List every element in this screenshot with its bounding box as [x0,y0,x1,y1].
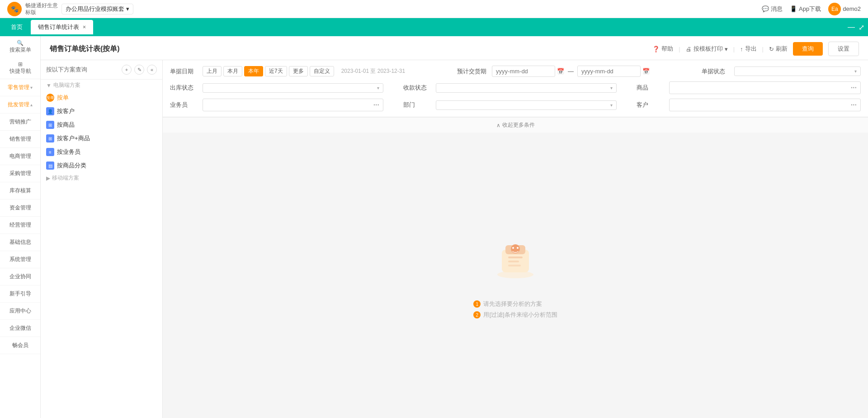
sidebar-item-basics[interactable]: 基础信息 [0,234,40,251]
svg-point-5 [517,247,519,249]
tree-collapse-icon: ▶ [46,175,50,181]
app-icon: 📱 [790,5,797,12]
tab-sales-order-summary[interactable]: 销售订单统计表 × [31,20,93,34]
customer-more-icon[interactable]: ··· [851,101,857,109]
scheme-by-product[interactable]: ⊞ 按商品 [41,118,162,132]
sidebar-item-weixin[interactable]: 企业微信 [0,320,40,337]
calendar-end-icon[interactable]: 📅 [642,68,650,75]
receipt-status-label: 收款状态 [403,84,430,92]
sidebar-item-operations[interactable]: 经营管理 [0,217,40,234]
scheme-icon-customer: 👤 [46,107,54,115]
export-button[interactable]: ↑ 导出 [740,45,757,53]
empty-tip-2: 2 用[过滤]条件来缩小分析范围 [473,311,557,319]
page-actions: ❓ 帮助 | 🖨 按模板打印 ▾ | ↑ 导出 | ↻ 刷新 [652,42,859,56]
page-title: 销售订单统计表(按单) [50,44,120,54]
svg-rect-6 [508,256,523,258]
sidebar: 🔍 搜索菜单 ⊞ 快捷导航 零售管理 ▾ 批发管理 ▴ 营销推广 销售管理 电商… [0,36,41,418]
expected-date-label: 预计交货期 [457,67,486,76]
sidebar-item-finance[interactable]: 资金管理 [0,200,40,217]
date-btn-more[interactable]: 更多 [289,66,308,76]
scheme-by-order[interactable]: 按单 按单 [41,91,162,104]
customer-select[interactable]: ··· [669,99,861,111]
expected-date-end-input[interactable] [577,66,641,77]
sidebar-item-retail[interactable]: 零售管理 ▾ [0,79,40,96]
sidebar-item-wholesale[interactable]: 批发管理 ▴ [0,96,40,114]
filter-row-date: 单据日期 上月 本月 本年 近7天 更多 自定义 2023-01-01 至 20… [170,66,861,77]
svg-point-3 [511,244,520,253]
query-button[interactable]: 查询 [793,42,823,56]
date-btn-7days[interactable]: 近7天 [265,66,287,76]
sidebar-item-inventory[interactable]: 库存核算 [0,182,40,200]
customer-label: 客户 [637,101,664,109]
empty-tips: 1 请先选择要分析的方案 2 用[过滤]条件来缩小分析范围 [473,300,557,319]
sidebar-item-appcenter[interactable]: 应用中心 [0,303,40,320]
date-btn-this-year[interactable]: 本年 [244,66,263,76]
date-btn-custom[interactable]: 自定义 [310,66,334,76]
sidebar-item-system[interactable]: 系统管理 [0,251,40,268]
department-select[interactable]: ▾ [436,100,617,110]
template-print-button[interactable]: 🖨 按模板打印 ▾ [686,45,728,53]
scheme-icon-order: 按单 [46,94,54,102]
out-status-select[interactable]: ▾ [203,83,383,93]
salesman-more-icon[interactable]: ··· [373,101,379,109]
sidebar-item-newuser[interactable]: 新手引导 [0,285,40,303]
page-header: 销售订单统计表(按单) ❓ 帮助 | 🖨 按模板打印 ▾ | ↑ 导出 | [41,36,868,60]
salesman-select[interactable]: ··· [203,99,383,111]
collapse-panel-button[interactable]: « [147,65,157,75]
sidebar-quick-nav[interactable]: ⊞ 快捷导航 [0,57,40,79]
navtabs: 首页 销售订单统计表 × — ⤢ [0,18,868,36]
tip-number-1: 1 [473,300,481,308]
chevron-down-icon: ▾ [30,85,33,90]
topbar: 🐾 畅捷通好生意 标版 办公用品行业模拟账套 ▾ 💬 消息 📱 App下载 Ea… [0,0,868,18]
topbar-left: 🐾 畅捷通好生意 标版 办公用品行业模拟账套 ▾ [7,2,133,16]
refresh-button[interactable]: ↻ 刷新 [769,45,788,53]
date-range-text: 2023-01-01 至 2023-12-31 [341,67,405,75]
settings-button[interactable]: 设置 [828,42,859,56]
receipt-status-select[interactable]: ▾ [436,83,617,93]
message-button[interactable]: 💬 消息 [762,5,783,13]
add-scheme-button[interactable]: + [122,65,132,75]
scheme-icon-salesman: ≡ [46,148,54,156]
user-profile[interactable]: Ea demo2 [828,3,861,15]
scheme-by-salesman[interactable]: ≡ 按业务员 [41,145,162,159]
expected-date-group: 📅 — 📅 [492,66,650,77]
search-icon: 🔍 [17,40,24,46]
tab-close-icon[interactable]: × [83,24,86,30]
app-download-button[interactable]: 📱 App下载 [790,5,821,13]
help-button[interactable]: ❓ 帮助 [652,45,673,53]
calendar-start-icon[interactable]: 📅 [557,68,564,75]
empty-state: 1 请先选择要分析的方案 2 用[过滤]条件来缩小分析范围 [163,133,868,418]
maximize-button[interactable]: ⤢ [859,23,864,32]
sidebar-item-sales[interactable]: 销售管理 [0,131,40,148]
edit-scheme-button[interactable]: ✎ [134,65,144,75]
tab-home[interactable]: 首页 [4,20,30,34]
scheme-by-customer-product[interactable]: ⊞ 按客户+商品 [41,132,162,145]
product-more-icon[interactable]: ··· [851,84,857,92]
sidebar-item-membership[interactable]: 畅会员 [0,337,40,354]
status-select[interactable]: ▾ [734,66,861,76]
left-panel: 按以下方案查询 + ✎ « ▼ 电脑端方案 按单 按单 👤 [41,60,163,418]
date-btn-this-month[interactable]: 本月 [223,66,242,76]
collapse-bar[interactable]: ∧ 收起更多条件 [163,117,868,133]
status-filter-label: 单据状态 [702,67,729,76]
scheme-by-customer[interactable]: 👤 按客户 [41,104,162,118]
sidebar-search[interactable]: 🔍 搜索菜单 [0,36,40,57]
date-btn-last-month[interactable]: 上月 [203,66,222,76]
company-selector[interactable]: 办公用品行业模拟账套 ▾ [61,4,133,14]
sidebar-item-marketing[interactable]: 营销推广 [0,114,40,131]
svg-point-4 [512,247,514,249]
chevron-down-icon: ▾ [725,46,728,52]
product-select[interactable]: ··· [669,81,861,94]
expected-date-start-input[interactable] [492,66,555,77]
minimize-button[interactable]: — [848,23,855,32]
sidebar-item-collaboration[interactable]: 企业协同 [0,268,40,285]
window-controls: — ⤢ [848,23,864,32]
message-icon: 💬 [762,5,769,12]
chevron-down-icon: ▾ [377,86,379,90]
empty-tip-1: 1 请先选择要分析的方案 [473,300,557,308]
scheme-by-product-category[interactable]: ▤ 按商品分类 [41,159,162,172]
sidebar-item-ecommerce[interactable]: 电商管理 [0,148,40,165]
sidebar-item-purchase[interactable]: 采购管理 [0,165,40,182]
scheme-icon-product: ⊞ [46,121,54,129]
filter-row-out-receipt: 出库状态 ▾ 收款状态 ▾ 商品 [170,81,861,94]
